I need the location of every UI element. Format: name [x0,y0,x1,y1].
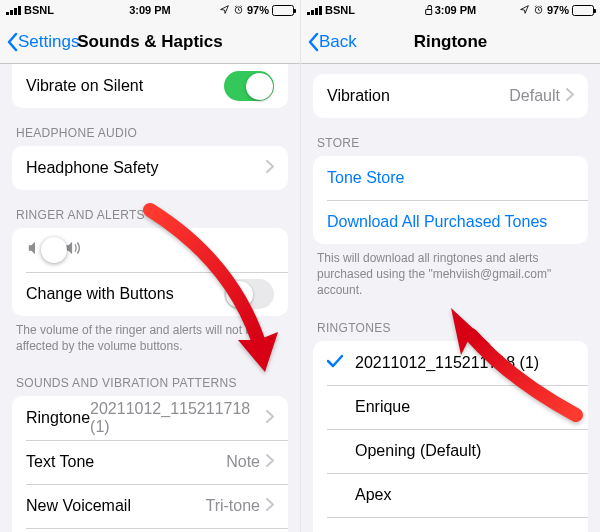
vibration-value: Default [509,87,560,105]
vibrate-on-silent-label: Vibrate on Silent [26,77,224,95]
battery-percent: 97% [547,4,569,16]
chevron-right-icon [266,409,274,427]
back-button[interactable]: Settings [0,32,79,52]
chevron-right-icon [266,453,274,471]
ringtone-item[interactable]: Opening (Default) [313,429,588,473]
new-mail-row[interactable]: New Mail None [12,528,288,532]
tone-store-link[interactable]: Tone Store [313,156,588,200]
status-bar: BSNL 3:09 PM 97% [0,0,300,20]
status-bar: BSNL 3:09 PM 97% [301,0,600,20]
carrier-label: BSNL [325,4,355,16]
vibration-label: Vibration [327,87,509,105]
text-tone-row[interactable]: Text Tone Note [12,440,288,484]
checkmark-icon [327,354,343,372]
back-label: Back [319,32,357,52]
carrier-label: BSNL [24,4,54,16]
store-header: STORE [301,118,600,156]
alarm-icon [533,4,544,17]
vibrate-on-silent-row[interactable]: Vibrate on Silent [12,64,288,108]
page-title: Sounds & Haptics [77,32,222,52]
battery-icon [272,5,294,16]
nav-bar: Settings Sounds & Haptics [0,20,300,64]
chevron-right-icon [266,497,274,515]
store-footer: This will download all ringtones and ale… [301,244,600,303]
new-voicemail-label: New Voicemail [26,497,205,515]
chevron-right-icon [566,87,574,105]
new-voicemail-row[interactable]: New Voicemail Tri-tone [12,484,288,528]
vibration-row[interactable]: Vibration Default [313,74,588,118]
ringtone-item-label: Opening (Default) [355,442,574,460]
ringtone-item[interactable]: Apex [313,473,588,517]
page-title: Ringtone [414,32,488,52]
clock-label: 3:09 PM [435,4,477,16]
left-phone: BSNL 3:09 PM 97% Settings Sounds & Hapti… [0,0,300,532]
volume-slider-row[interactable] [12,228,288,272]
signal-bars-icon [307,6,322,15]
ringtone-label: Ringtone [26,409,90,427]
lock-icon [425,9,432,15]
download-purchased-label: Download All Purchased Tones [327,213,574,231]
clock-label: 3:09 PM [129,4,171,16]
ringtone-item[interactable]: Enrique [313,385,588,429]
ringer-footer: The volume of the ringer and alerts will… [0,316,300,358]
new-voicemail-value: Tri-tone [205,497,260,515]
ringtone-row[interactable]: Ringtone 20211012_115211718 (1) [12,396,288,440]
tone-store-label: Tone Store [327,169,574,187]
right-phone: BSNL 3:09 PM 97% Back Ringtone Vibrat [300,0,600,532]
ringtone-value: 20211012_115211718 (1) [90,400,260,436]
text-tone-label: Text Tone [26,453,226,471]
ringtone-item-label: Apex [355,486,574,504]
location-icon [219,4,230,17]
headphone-safety-label: Headphone Safety [26,159,266,177]
chevron-right-icon [266,159,274,177]
battery-icon [572,5,594,16]
location-icon [519,4,530,17]
ringtone-item-label: Enrique [355,398,574,416]
headphone-audio-header: HEADPHONE AUDIO [0,108,300,146]
sounds-vibration-header: SOUNDS AND VIBRATION PATTERNS [0,358,300,396]
ringtone-item[interactable]: 20211012_115211718 (1) [313,341,588,385]
ringtones-header: RINGTONES [301,303,600,341]
vibrate-on-silent-switch[interactable] [224,71,274,101]
download-purchased-link[interactable]: Download All Purchased Tones [313,200,588,244]
ringtone-item[interactable]: Beacon [313,517,588,532]
text-tone-value: Note [226,453,260,471]
back-button[interactable]: Back [301,32,357,52]
headphone-safety-row[interactable]: Headphone Safety [12,146,288,190]
change-with-buttons-label: Change with Buttons [26,285,224,303]
ringer-alerts-header: RINGER AND ALERTS [0,190,300,228]
alarm-icon [233,4,244,17]
change-with-buttons-row[interactable]: Change with Buttons [12,272,288,316]
back-label: Settings [18,32,79,52]
ringtone-item-label: 20211012_115211718 (1) [355,354,574,372]
signal-bars-icon [6,6,21,15]
nav-bar: Back Ringtone [301,20,600,64]
battery-percent: 97% [247,4,269,16]
change-with-buttons-switch[interactable] [224,279,274,309]
